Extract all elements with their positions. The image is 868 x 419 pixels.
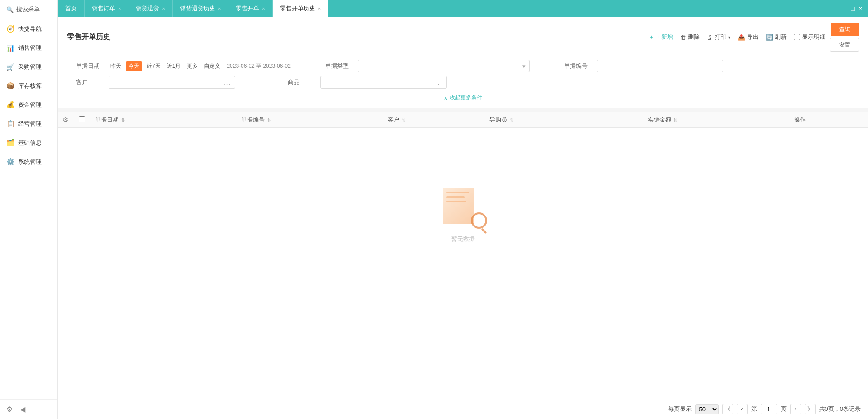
customer-dots: ... [223, 79, 231, 86]
col-date-sort[interactable]: ⇅ [121, 118, 125, 122]
tab-sales-return-history-close[interactable]: × [218, 6, 221, 11]
tab-home[interactable]: 首页 [58, 0, 85, 17]
maximize-btn[interactable]: □ [851, 5, 854, 12]
sidebar-bottom: ⚙ ◀ [0, 399, 57, 419]
col-ops: 操作 [789, 112, 868, 128]
date-opt-7days[interactable]: 近7天 [145, 61, 162, 71]
table-header-row: ⚙ 单据日期 ⇅ 单据编号 ⇅ [58, 112, 868, 128]
print-btn[interactable]: 🖨 打印 ▾ [706, 31, 731, 43]
minimize-btn[interactable]: — [841, 5, 847, 12]
select-all-checkbox[interactable] [79, 116, 85, 122]
close-btn[interactable]: × [859, 5, 863, 13]
query-button[interactable]: 查询 [831, 23, 859, 36]
tab-sales-order-label: 销售订单 [92, 5, 115, 13]
col-no-sort[interactable]: ⇅ [267, 118, 271, 122]
sidebar-item-basic[interactable]: 🗂️ 基础信息 [0, 133, 57, 152]
tab-bar: 首页 销售订单 × 销货退货 × 销货退货历史 × 零售开单 × 零售开单历史 … [58, 0, 868, 17]
export-icon: 📤 [738, 34, 745, 41]
customer-label: 客户 [76, 78, 101, 86]
delete-btn[interactable]: 🗑 删除 [679, 31, 701, 43]
delete-icon: 🗑 [680, 34, 686, 41]
date-opt-more[interactable]: 更多 [185, 61, 199, 71]
tab-retail-open-history-close[interactable]: × [318, 6, 321, 11]
search-icon: 🔍 [6, 6, 14, 13]
tab-retail-open-close[interactable]: × [262, 6, 265, 11]
sidebar-item-label: 销售管理 [18, 44, 42, 52]
table-settings-icon[interactable]: ⚙ [62, 116, 68, 123]
col-guide-sort[interactable]: ⇅ [510, 118, 513, 122]
sidebar-item-finance[interactable]: 💰 资金管理 [0, 95, 57, 114]
sidebar-item-label: 采购管理 [18, 63, 42, 71]
tab-retail-open-label: 零售开单 [236, 5, 259, 13]
tab-retail-open-history[interactable]: 零售开单历史 × [273, 0, 328, 17]
goods-input[interactable]: ... [320, 76, 447, 89]
export-btn[interactable]: 📤 导出 [737, 31, 759, 43]
page-input[interactable] [761, 404, 777, 414]
col-customer-sort[interactable]: ⇅ [402, 118, 405, 122]
pagination: 每页显示 50 100 200 《 ‹ 第 页 › 》 共0页，0条记录 [58, 399, 868, 419]
goods-label: 商品 [288, 78, 313, 86]
next-page-btn[interactable]: › [790, 404, 801, 414]
settings-bottom-icon[interactable]: ⚙ [6, 405, 13, 414]
display-label: 显示明细 [802, 33, 825, 41]
per-page-select[interactable]: 50 100 200 [695, 404, 719, 414]
date-opt-yesterday[interactable]: 昨天 [109, 61, 123, 71]
page-suffix: 页 [781, 405, 787, 413]
sidebar-item-label: 资金管理 [18, 101, 42, 109]
bill-type-label: 单据类型 [325, 62, 351, 70]
tab-sales-return-close[interactable]: × [162, 6, 165, 11]
empty-illustration [438, 184, 488, 230]
refresh-icon: 🔄 [766, 34, 773, 41]
export-label: 导出 [747, 33, 759, 41]
sidebar-item-inventory[interactable]: 📦 库存核算 [0, 76, 57, 95]
col-amount-sort[interactable]: ⇅ [674, 118, 677, 122]
tab-sales-return[interactable]: 销货退货 × [128, 0, 172, 17]
collapse-bar[interactable]: ∧ 收起更多条件 [76, 92, 850, 104]
sidebar-item-sales-mgmt[interactable]: 📊 销售管理 [0, 38, 57, 57]
display-btn[interactable]: 显示明细 [793, 31, 826, 43]
refresh-btn[interactable]: 🔄 刷新 [765, 31, 787, 43]
print-arrow-icon: ▾ [728, 35, 730, 40]
tab-retail-open[interactable]: 零售开单 × [228, 0, 272, 17]
sidebar-item-ops[interactable]: 📋 经营管理 [0, 114, 57, 133]
tab-sales-order-close[interactable]: × [118, 6, 121, 11]
basic-icon: 🗂️ [6, 139, 14, 147]
col-no: 单据编号 ⇅ [237, 112, 383, 128]
display-checkbox[interactable] [794, 34, 800, 40]
col-date: 单据日期 ⇅ [90, 112, 237, 128]
filter-row-2: 客户 ... 商品 ... [76, 76, 850, 89]
query-btn-area: 查询 设置 [830, 23, 859, 52]
date-opt-custom[interactable]: 自定义 [202, 61, 222, 71]
add-icon: ＋ [649, 33, 655, 41]
customer-input[interactable]: ... [109, 76, 235, 89]
col-ops-label: 操作 [794, 116, 806, 123]
sidebar-item-purchase-mgmt[interactable]: 🛒 采购管理 [0, 57, 57, 76]
setting-button[interactable]: 设置 [830, 38, 859, 52]
total-text: 共0页，0条记录 [819, 405, 861, 413]
tab-sales-order[interactable]: 销售订单 × [85, 0, 128, 17]
col-customer: 客户 ⇅ [383, 112, 485, 128]
bill-no-label: 单据编号 [564, 62, 589, 70]
toolbar: ＋ + 新增 🗑 删除 🖨 打印 ▾ 📤 [648, 31, 826, 43]
tab-sales-return-history[interactable]: 销货退货历史 × [173, 0, 228, 17]
bill-type-select[interactable]: ▾ [358, 60, 530, 72]
add-btn[interactable]: ＋ + 新增 [648, 31, 674, 43]
col-spacer [609, 112, 643, 128]
sys-icon: ⚙️ [6, 158, 14, 166]
collapse-sidebar-icon[interactable]: ◀ [20, 405, 25, 414]
sidebar: 🔍 搜索采单 🧭 快捷导航 📊 销售管理 🛒 采购管理 📦 库存核算 💰 资金管… [0, 0, 58, 419]
last-page-btn[interactable]: 》 [805, 404, 816, 414]
first-page-btn[interactable]: 《 [722, 404, 733, 414]
page-header: 零售开单历史 ＋ + 新增 🗑 删除 🖨 打印 [58, 17, 868, 108]
bill-no-input[interactable] [597, 60, 723, 72]
sidebar-item-sys[interactable]: ⚙️ 系统管理 [0, 152, 57, 171]
main-area: 首页 销售订单 × 销货退货 × 销货退货历史 × 零售开单 × 零售开单历史 … [58, 0, 868, 419]
date-opt-today[interactable]: 今天 [126, 61, 142, 71]
inventory-icon: 📦 [6, 82, 14, 90]
sidebar-search[interactable]: 🔍 搜索采单 [0, 0, 57, 19]
sidebar-item-quick-nav[interactable]: 🧭 快捷导航 [0, 19, 57, 38]
refresh-label: 刷新 [775, 33, 787, 41]
date-opt-1month[interactable]: 近1月 [165, 61, 183, 71]
prev-page-btn[interactable]: ‹ [737, 404, 748, 414]
empty-text: 暂无数据 [451, 235, 475, 243]
